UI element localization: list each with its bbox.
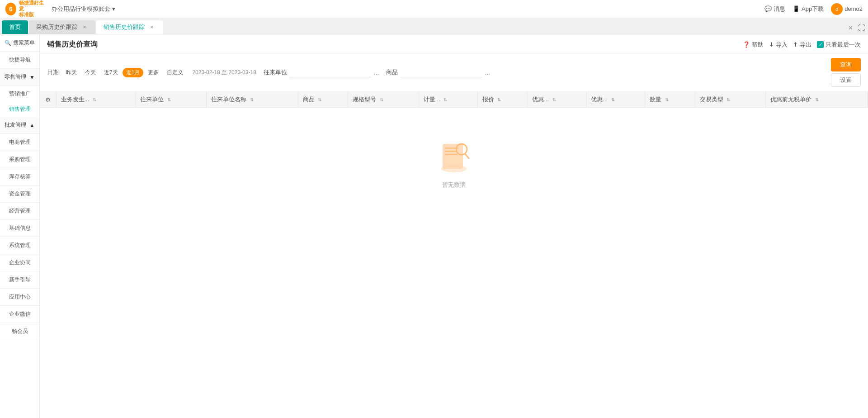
- export-icon: ⬆: [793, 41, 798, 48]
- fullscreen-button[interactable]: ⛶: [857, 23, 866, 33]
- th-pre-tax-price[interactable]: 优惠前无税单价 ⇅: [766, 92, 868, 108]
- sort-icon-quote: ⇅: [497, 97, 501, 102]
- sidebar-item-quick-nav[interactable]: 快捷导航: [0, 52, 39, 69]
- app-selector-dropdown[interactable]: 办公用品行业模拟账套 ▾: [48, 3, 119, 15]
- empty-state-svg: [434, 135, 474, 176]
- th-goods[interactable]: 商品 ⇅: [298, 92, 348, 108]
- date-btn-more[interactable]: 更多: [144, 68, 162, 77]
- filter-actions: 查询 设置: [831, 58, 861, 87]
- tab-purchase-history[interactable]: 采购历史价跟踪 ×: [29, 20, 95, 34]
- sort-icon-discount1: ⇅: [552, 97, 556, 102]
- sidebar-item-new-guide[interactable]: 新手引导: [0, 271, 39, 289]
- close-all-tabs-button[interactable]: ×: [848, 23, 854, 33]
- checkbox-icon: ✓: [817, 41, 824, 48]
- table-container: ⚙ 业务发生... ⇅ 往来单位 ⇅ 往来单位名称: [40, 92, 868, 418]
- sidebar-item-search-menu[interactable]: 🔍 搜索菜单: [0, 34, 39, 52]
- help-button[interactable]: ❓ 帮助: [743, 41, 764, 49]
- gear-icon: ⚙: [45, 96, 51, 103]
- content-area: 销售历史价查询 ❓ 帮助 ⬇ 导入 ⬆ 导出 ✓: [40, 34, 868, 418]
- sort-icon-discount2: ⇅: [611, 97, 615, 102]
- date-filter-label: 日期: [47, 68, 59, 76]
- sidebar-item-purchase[interactable]: 采购管理: [0, 151, 39, 168]
- goods-filter-dots[interactable]: ...: [485, 69, 490, 76]
- sidebar-item-member[interactable]: 畅会员: [0, 323, 39, 340]
- sidebar-item-marketing[interactable]: 营销推广: [0, 86, 39, 101]
- goods-filter-input[interactable]: [401, 67, 482, 77]
- chevron-up-icon: ▲: [29, 122, 35, 128]
- sort-icon-goods: ⇅: [318, 97, 321, 102]
- avatar: d: [831, 3, 843, 15]
- settings-button[interactable]: 设置: [831, 73, 861, 87]
- sidebar-item-operations[interactable]: 经营管理: [0, 203, 39, 220]
- query-button[interactable]: 查询: [831, 58, 861, 71]
- only-last-checkbox[interactable]: ✓ 只看最后一次: [817, 41, 861, 49]
- date-btn-1month[interactable]: 近1月: [123, 68, 144, 77]
- data-table: ⚙ 业务发生... ⇅ 往来单位 ⇅ 往来单位名称: [40, 92, 868, 108]
- th-gear[interactable]: ⚙: [40, 92, 56, 108]
- svg-line-6: [465, 154, 469, 158]
- empty-illustration: [434, 135, 474, 176]
- svg-rect-4: [445, 154, 458, 155]
- date-range-display: 2023-02-18 至 2023-03-18: [192, 69, 256, 76]
- sidebar-item-app-center[interactable]: 应用中心: [0, 289, 39, 306]
- empty-text: 暂无数据: [442, 181, 466, 189]
- th-unit[interactable]: 计量... ⇅: [419, 92, 477, 108]
- date-btn-today[interactable]: 今天: [81, 68, 99, 77]
- date-btn-yesterday[interactable]: 昨天: [62, 68, 80, 77]
- table-header-row: ⚙ 业务发生... ⇅ 往来单位 ⇅ 往来单位名称: [40, 92, 868, 108]
- sort-icon-unit: ⇅: [443, 97, 447, 102]
- page-title: 销售历史价查询: [47, 40, 98, 49]
- search-icon: 🔍: [5, 40, 11, 46]
- th-quote[interactable]: 报价 ⇅: [477, 92, 528, 108]
- sidebar: 🔍 搜索菜单 快捷导航 零售管理 ▼ 营销推广 销售管理 批发管理 ▲ 电商管理…: [0, 34, 40, 418]
- sidebar-item-enterprise-wechat[interactable]: 企业微信: [0, 306, 39, 323]
- sort-icon-quantity: ⇅: [665, 97, 669, 102]
- th-trade-type[interactable]: 交易类型 ⇅: [695, 92, 766, 108]
- svg-rect-3: [445, 151, 456, 152]
- tab-bar: 首页 采购历史价跟踪 × 销售历史价跟踪 × × ⛶: [0, 18, 868, 34]
- header-right: 💬 消息 📱 App下载 d demo2: [764, 3, 863, 15]
- close-tab-sales-history[interactable]: ×: [148, 24, 156, 31]
- sidebar-item-system[interactable]: 系统管理: [0, 237, 39, 254]
- sidebar-item-basic-info[interactable]: 基础信息: [0, 220, 39, 237]
- date-buttons: 昨天 今天 近7天 近1月 更多 自定义: [62, 68, 187, 77]
- sidebar-item-retail-mgmt[interactable]: 零售管理 ▼: [0, 69, 39, 86]
- partner-filter-label: 往来单位: [264, 68, 287, 76]
- chevron-down-icon: ▼: [29, 74, 35, 81]
- goods-filter-label: 商品: [386, 68, 398, 76]
- user-menu[interactable]: d demo2: [831, 3, 863, 15]
- page-header: 销售历史价查询 ❓ 帮助 ⬇ 导入 ⬆ 导出 ✓: [40, 34, 868, 53]
- th-partner-name[interactable]: 往来单位名称 ⇅: [206, 92, 298, 108]
- partner-filter-dots[interactable]: ...: [374, 69, 379, 76]
- sidebar-item-ecommerce[interactable]: 电商管理: [0, 134, 39, 151]
- th-spec[interactable]: 规格型号 ⇅: [348, 92, 419, 108]
- th-partner-code[interactable]: 往来单位 ⇅: [136, 92, 207, 108]
- close-tab-purchase-history[interactable]: ×: [81, 24, 88, 31]
- th-discount2[interactable]: 优惠... ⇅: [586, 92, 645, 108]
- partner-filter-input[interactable]: [290, 67, 371, 77]
- app-icon: 📱: [793, 5, 800, 12]
- tab-home[interactable]: 首页: [2, 20, 28, 34]
- app-download-button[interactable]: 📱 App下载: [793, 5, 824, 13]
- header-left: 6 畅捷通好生意 标准版 办公用品行业模拟账套 ▾: [5, 0, 119, 18]
- message-icon: 💬: [764, 5, 772, 12]
- th-quantity[interactable]: 数量 ⇅: [645, 92, 695, 108]
- sidebar-item-sales-mgmt[interactable]: 销售管理: [0, 101, 39, 117]
- sidebar-item-inventory[interactable]: 库存核算: [0, 168, 39, 185]
- help-icon: ❓: [743, 41, 750, 48]
- filter-bar: 日期 昨天 今天 近7天 近1月 更多 自定义 2023-02-18 至 202…: [40, 53, 868, 92]
- import-button[interactable]: ⬇ 导入: [769, 41, 788, 49]
- logo-text: 畅捷通好生意 标准版: [19, 0, 44, 18]
- th-biz-date[interactable]: 业务发生... ⇅: [56, 92, 136, 108]
- goods-filter-group: 商品 ...: [386, 67, 490, 77]
- date-btn-custom[interactable]: 自定义: [163, 68, 187, 77]
- export-button[interactable]: ⬆ 导出: [793, 41, 811, 49]
- sidebar-item-enterprise-co[interactable]: 企业协同: [0, 254, 39, 271]
- sidebar-item-wholesale-mgmt[interactable]: 批发管理 ▲: [0, 117, 39, 134]
- sidebar-item-finance[interactable]: 资金管理: [0, 185, 39, 203]
- header-bar: 6 畅捷通好生意 标准版 办公用品行业模拟账套 ▾ 💬 消息 📱 App下载 d…: [0, 0, 868, 18]
- date-btn-7days[interactable]: 近7天: [100, 68, 122, 77]
- tab-sales-history[interactable]: 销售历史价跟踪 ×: [96, 20, 163, 34]
- message-button[interactable]: 💬 消息: [764, 5, 785, 13]
- th-discount1[interactable]: 优惠... ⇅: [528, 92, 586, 108]
